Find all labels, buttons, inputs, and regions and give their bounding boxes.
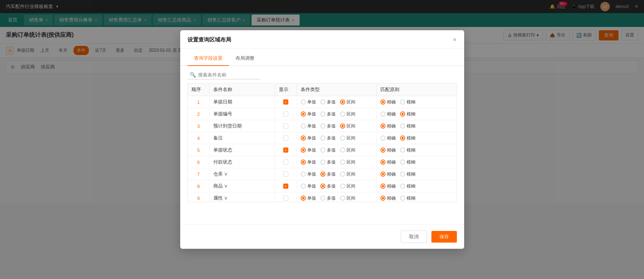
match-fuzzy[interactable]: 模糊 xyxy=(400,123,415,129)
dialog-tab-layout[interactable]: 布局调整 xyxy=(229,53,261,66)
condition-multi[interactable]: 多值 xyxy=(320,99,336,105)
condition-multi[interactable]: 多值 xyxy=(320,123,336,129)
condition-type-group: 单值 多值 区间 xyxy=(301,183,355,189)
cell-display[interactable] xyxy=(275,97,297,107)
condition-multi[interactable]: 多值 xyxy=(320,135,336,141)
match-fuzzy[interactable]: 模糊 xyxy=(400,111,415,117)
match-fuzzy[interactable]: 模糊 xyxy=(400,159,415,165)
match-fuzzy[interactable]: 模糊 xyxy=(400,147,415,153)
condition-single[interactable]: 单值 xyxy=(301,195,316,201)
cell-display[interactable] xyxy=(275,145,297,155)
condition-multi[interactable]: 多值 xyxy=(320,111,336,117)
condition-range[interactable]: 区间 xyxy=(340,123,355,129)
cell-condition-type: 单值 多值 区间 xyxy=(297,121,377,132)
match-exact[interactable]: 精确 xyxy=(380,99,396,105)
match-fuzzy[interactable]: 模糊 xyxy=(400,183,415,189)
dialog-tab-fields[interactable]: 查询字段设置 xyxy=(187,53,229,66)
radio-fuzzy-dot xyxy=(400,196,405,201)
cell-condition-type: 单值 多值 区间 xyxy=(297,169,377,180)
cell-name: 单据日期 xyxy=(210,96,275,108)
cell-display[interactable] xyxy=(275,133,297,143)
condition-range[interactable]: 区间 xyxy=(340,171,355,177)
match-fuzzy[interactable]: 模糊 xyxy=(400,135,415,141)
radio-fuzzy-label: 模糊 xyxy=(407,147,415,153)
settings-dialog: 设置查询区域布局 × 查询字段设置 布局调整 🔍 顺序 条件名称 显示 xyxy=(180,30,464,203)
condition-multi[interactable]: 多值 xyxy=(320,183,336,189)
condition-range[interactable]: 区间 xyxy=(340,195,355,201)
condition-range[interactable]: 区间 xyxy=(340,135,355,141)
match-fuzzy[interactable]: 模糊 xyxy=(400,99,415,105)
condition-range[interactable]: 区间 xyxy=(340,99,355,105)
condition-single[interactable]: 单值 xyxy=(301,171,316,177)
display-checkbox[interactable] xyxy=(283,99,288,105)
radio-multi-label: 多值 xyxy=(327,135,336,141)
display-checkbox[interactable] xyxy=(283,135,288,141)
condition-single[interactable]: 单值 xyxy=(301,123,316,129)
condition-range[interactable]: 区间 xyxy=(340,159,355,165)
match-rule-group: 精确 模糊 xyxy=(380,147,415,153)
cell-name: 单据编号 xyxy=(210,108,275,120)
cell-match-rule: 精确 模糊 xyxy=(377,169,457,180)
cell-match-rule: 精确 模糊 xyxy=(377,97,457,108)
cell-match-rule: 精确 模糊 xyxy=(377,193,457,202)
radio-multi-dot xyxy=(320,196,325,201)
condition-single[interactable]: 单值 xyxy=(301,111,316,117)
search-input[interactable] xyxy=(198,72,253,78)
condition-range[interactable]: 区间 xyxy=(340,183,355,189)
dialog-close-button[interactable]: × xyxy=(453,36,457,44)
match-exact[interactable]: 精确 xyxy=(380,147,396,153)
condition-multi[interactable]: 多值 xyxy=(320,147,336,153)
cell-order: 4 xyxy=(188,133,210,144)
condition-single[interactable]: 单值 xyxy=(301,183,316,189)
display-checkbox[interactable] xyxy=(283,196,288,201)
radio-multi-label: 多值 xyxy=(327,111,336,117)
match-exact[interactable]: 精确 xyxy=(380,123,396,129)
condition-single[interactable]: 单值 xyxy=(301,99,316,105)
condition-range[interactable]: 区间 xyxy=(340,147,355,153)
table-row: 5单据状态 单值 多值 区间 精确 模糊 xyxy=(188,144,457,156)
radio-single-label: 单值 xyxy=(307,159,316,165)
cell-display[interactable] xyxy=(275,121,297,131)
radio-exact-label: 精确 xyxy=(387,135,396,141)
radio-exact-label: 精确 xyxy=(387,183,396,189)
condition-multi[interactable]: 多值 xyxy=(320,159,336,165)
display-checkbox[interactable] xyxy=(283,111,288,117)
match-exact[interactable]: 精确 xyxy=(380,135,396,141)
radio-single-dot xyxy=(301,148,306,153)
condition-multi[interactable]: 多值 xyxy=(320,171,336,177)
match-exact[interactable]: 精确 xyxy=(380,195,396,201)
radio-multi-dot xyxy=(320,135,325,141)
cell-display[interactable] xyxy=(275,193,297,202)
table-row: 3预计到货日期 单值 多值 区间 精确 模糊 xyxy=(188,120,457,132)
cell-display[interactable] xyxy=(275,157,297,167)
match-exact[interactable]: 精确 xyxy=(380,159,396,165)
match-exact[interactable]: 精确 xyxy=(380,111,396,117)
cell-order: 2 xyxy=(188,109,210,119)
display-checkbox[interactable] xyxy=(283,172,288,177)
condition-type-group: 单值 多值 区间 xyxy=(301,159,355,165)
match-rule-group: 精确 模糊 xyxy=(380,111,415,117)
condition-single[interactable]: 单值 xyxy=(301,147,316,153)
radio-single-label: 单值 xyxy=(307,147,316,153)
radio-fuzzy-label: 模糊 xyxy=(407,123,415,129)
cell-condition-type: 单值 多值 区间 xyxy=(297,109,377,120)
match-exact[interactable]: 精确 xyxy=(380,171,396,177)
condition-single[interactable]: 单值 xyxy=(301,135,316,141)
match-fuzzy[interactable]: 模糊 xyxy=(400,171,415,177)
condition-single[interactable]: 单值 xyxy=(301,159,316,165)
cell-name: 预计到货日期 xyxy=(210,120,275,132)
match-fuzzy[interactable]: 模糊 xyxy=(400,195,415,201)
radio-single-label: 单值 xyxy=(307,171,316,177)
cell-order: 5 xyxy=(188,145,210,156)
cell-display[interactable] xyxy=(275,181,297,191)
condition-range[interactable]: 区间 xyxy=(340,111,355,117)
display-checkbox[interactable] xyxy=(283,148,288,153)
display-checkbox[interactable] xyxy=(283,160,288,165)
match-exact[interactable]: 精确 xyxy=(380,183,396,189)
cell-display[interactable] xyxy=(275,109,297,119)
condition-multi[interactable]: 多值 xyxy=(320,195,336,201)
display-checkbox[interactable] xyxy=(283,123,288,129)
display-checkbox[interactable] xyxy=(283,184,288,189)
cell-condition-type: 单值 多值 区间 xyxy=(297,181,377,192)
cell-display[interactable] xyxy=(275,169,297,179)
